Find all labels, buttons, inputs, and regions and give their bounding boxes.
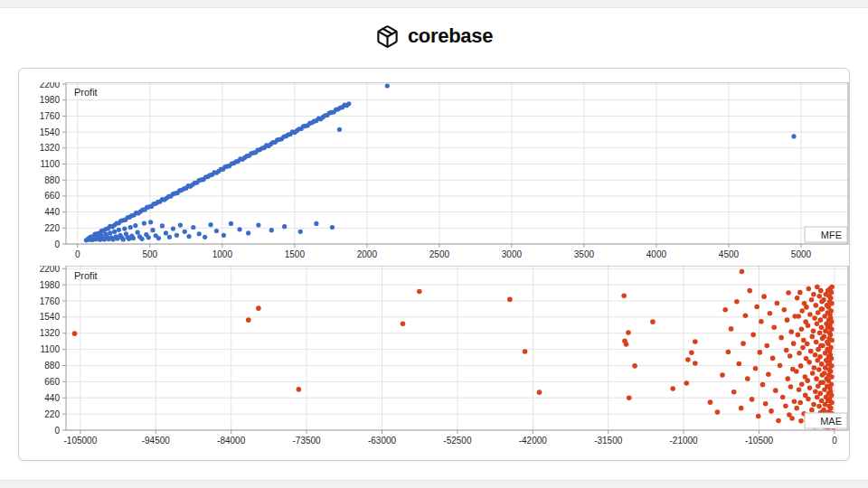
svg-text:0: 0 <box>54 426 60 436</box>
svg-text:2200: 2200 <box>40 266 61 274</box>
mae-svg: -105000-94500-84000-73500-63000-52500-42… <box>21 266 854 450</box>
svg-text:500: 500 <box>142 249 157 259</box>
svg-text:-42000: -42000 <box>519 436 548 446</box>
svg-text:3500: 3500 <box>574 249 595 259</box>
svg-text:5000: 5000 <box>791 249 812 259</box>
chart-card: 0500100015002000250030003500400045005000… <box>18 68 850 461</box>
svg-text:Profit: Profit <box>74 270 98 281</box>
svg-text:440: 440 <box>44 207 60 217</box>
svg-text:1100: 1100 <box>40 159 60 169</box>
svg-text:4000: 4000 <box>646 249 667 259</box>
svg-text:3000: 3000 <box>502 249 523 259</box>
svg-text:1320: 1320 <box>40 143 61 153</box>
svg-text:2000: 2000 <box>357 249 378 259</box>
svg-text:2500: 2500 <box>429 249 450 259</box>
svg-text:-31500: -31500 <box>594 436 623 446</box>
svg-text:1100: 1100 <box>40 344 60 354</box>
svg-text:-73500: -73500 <box>293 436 322 446</box>
svg-text:1760: 1760 <box>40 111 61 121</box>
svg-text:880: 880 <box>44 361 60 371</box>
svg-text:Profit: Profit <box>74 87 98 98</box>
window-bottom-edge <box>0 480 868 488</box>
svg-text:-21000: -21000 <box>670 436 699 446</box>
svg-text:440: 440 <box>44 393 60 403</box>
mfe-scatter-chart[interactable]: 0500100015002000250030003500400045005000… <box>21 82 854 264</box>
header: corebase <box>0 16 868 56</box>
svg-text:220: 220 <box>44 223 60 233</box>
svg-text:0: 0 <box>832 436 837 446</box>
svg-text:1980: 1980 <box>40 280 61 290</box>
svg-text:1980: 1980 <box>40 95 61 105</box>
svg-text:0: 0 <box>54 239 60 249</box>
svg-text:-94500: -94500 <box>142 436 171 446</box>
svg-text:MFE: MFE <box>821 230 842 240</box>
svg-text:220: 220 <box>44 409 60 419</box>
svg-text:1540: 1540 <box>40 127 61 137</box>
window-top-edge <box>0 0 868 8</box>
mfe-svg: 0500100015002000250030003500400045005000… <box>21 82 854 264</box>
svg-text:-10500: -10500 <box>745 436 774 446</box>
svg-text:660: 660 <box>44 377 60 387</box>
svg-text:4500: 4500 <box>719 249 740 259</box>
svg-text:MAE: MAE <box>820 416 842 427</box>
svg-text:1000: 1000 <box>212 249 233 259</box>
svg-text:660: 660 <box>44 191 60 201</box>
mae-scatter-chart[interactable]: -105000-94500-84000-73500-63000-52500-42… <box>21 266 854 450</box>
svg-text:2200: 2200 <box>40 82 61 89</box>
svg-text:-63000: -63000 <box>368 436 397 446</box>
svg-text:880: 880 <box>44 175 60 185</box>
svg-text:1760: 1760 <box>40 296 61 306</box>
svg-text:1540: 1540 <box>40 312 61 322</box>
svg-text:1320: 1320 <box>40 328 61 338</box>
svg-text:0: 0 <box>75 249 80 259</box>
svg-text:1500: 1500 <box>285 249 306 259</box>
svg-text:-105000: -105000 <box>64 436 98 446</box>
svg-text:-52500: -52500 <box>443 436 472 446</box>
svg-text:-84000: -84000 <box>217 436 246 446</box>
brand-name: corebase <box>408 24 493 48</box>
box-icon <box>375 24 400 49</box>
